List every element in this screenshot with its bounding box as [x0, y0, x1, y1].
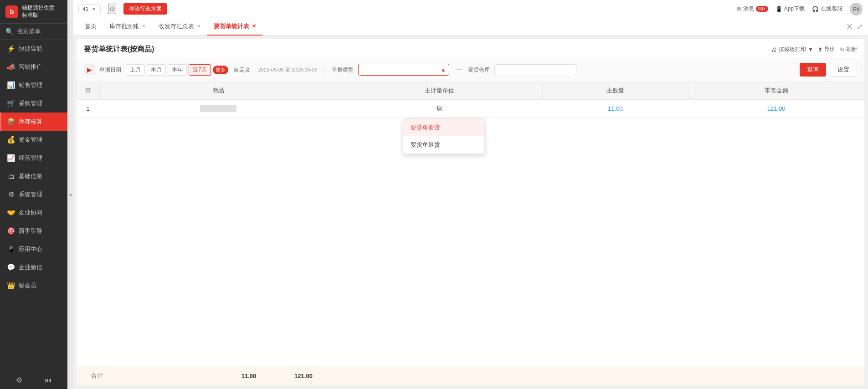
cell-qty[interactable]: 11.00	[542, 100, 688, 118]
user-avatar[interactable]: Rit	[850, 3, 863, 15]
dropdown-item-order-return[interactable]: 要货单退货	[403, 136, 484, 154]
type-filter-chevron-up-icon[interactable]: ▲	[438, 67, 449, 73]
tab-inventory-batch[interactable]: 库存批次账 ✕	[103, 18, 152, 36]
sidebar-item-finance[interactable]: 💰 资金管理	[0, 131, 67, 149]
col-header-settings: ⚙	[77, 82, 99, 100]
export-btn[interactable]: ⬆ 导出	[818, 46, 835, 53]
type-filter-wrapper[interactable]: ▲	[358, 64, 449, 76]
sidebar: b 畅捷通好生意 标准版 🔍 搜索菜单 ⚡ 快捷导航 📣 营销推广 📊 销售管理…	[0, 0, 67, 389]
app-download-item[interactable]: 📱 App下载	[776, 5, 805, 13]
page-header: 要货单统计表(按商品) 🖨 按模板打印 ▼ ⬆ 导出 ↻ 刷新	[77, 39, 864, 58]
page-title: 要货单统计表(按商品)	[84, 45, 154, 54]
tab-bar: 首页 库存批次账 ✕ 收发存汇总表 ✕ 要货单统计表 ✕ ✕ ⤢	[73, 18, 868, 36]
footer-label: 合计	[82, 372, 130, 380]
logo-icon: b	[5, 5, 18, 18]
col-header-unit: 主计量单位	[337, 82, 542, 100]
enterprise-icon: 🤝	[7, 209, 15, 217]
sidebar-item-purchase[interactable]: 🛒 采购管理	[0, 94, 67, 113]
sidebar-item-inventory[interactable]: 📦 库存核算	[0, 113, 67, 131]
sidebar-item-quick-nav[interactable]: ⚡ 快捷导航	[0, 40, 67, 58]
tab-receivable-summary[interactable]: 收发存汇总表 ✕	[152, 18, 207, 36]
warehouse-filter-input[interactable]	[494, 64, 576, 75]
sidebar-item-label: 经营管理	[19, 154, 42, 162]
sidebar-bottom: ⚙ ⏮	[0, 371, 67, 389]
sidebar-item-label: 系统管理	[19, 190, 42, 199]
tab-inventory-batch-close[interactable]: ✕	[142, 23, 146, 29]
date-prev-month-btn[interactable]: 上月	[126, 64, 145, 76]
date-this-month-btn[interactable]: 本月	[147, 64, 166, 76]
message-badge: 99+	[756, 6, 768, 12]
sidebar-item-label: 基础信息	[19, 172, 42, 180]
operations-icon: 📈	[7, 154, 15, 162]
sidebar-item-enterprise[interactable]: 🤝 企业协同	[0, 204, 67, 222]
tab-receivable-close[interactable]: ✕	[197, 23, 201, 29]
collapse-icon[interactable]: ⏮	[45, 376, 52, 384]
tab-home-label: 首页	[85, 22, 97, 31]
sidebar-search[interactable]: 🔍 搜索菜单	[0, 24, 67, 40]
sidebar-collapse-handle[interactable]	[67, 0, 73, 389]
print-template-btn[interactable]: 🖨 按模板打印 ▼	[771, 46, 813, 53]
search-icon: 🔍	[5, 28, 13, 35]
avatar-text: Rit	[853, 6, 859, 12]
data-table: ⚙ 商品 主计量单位 主数量 零售金额 1	[77, 82, 864, 118]
sidebar-item-basic[interactable]: 🗂 基础信息	[0, 167, 67, 185]
online-service-item[interactable]: 🎧 在线客服	[812, 5, 842, 13]
top-bar-left: 41 ▼ ⚙ 体验行业方案	[78, 3, 167, 15]
sidebar-logo: b 畅捷通好生意 标准版	[0, 0, 67, 24]
sidebar-item-label: 企业微信	[19, 263, 42, 271]
date-custom-btn[interactable]: 自定义	[230, 65, 254, 75]
refresh-btn[interactable]: ↻ 刷新	[840, 46, 857, 53]
sidebar-item-app-center[interactable]: 📱 应用中心	[0, 240, 67, 258]
sidebar-item-label: 营销推广	[19, 63, 42, 71]
sidebar-item-wechat[interactable]: 💬 企业微信	[0, 258, 67, 276]
sidebar-item-system[interactable]: ⚙ 系统管理	[0, 185, 67, 204]
dropdown-item-order-goods[interactable]: 要货单要货	[403, 119, 484, 136]
type-filter-input[interactable]	[359, 64, 438, 75]
col-header-product: 商品	[99, 82, 337, 100]
sidebar-item-sales[interactable]: 📊 销售管理	[0, 76, 67, 94]
store-selector[interactable]: 41 ▼	[78, 4, 101, 14]
sidebar-item-guide[interactable]: 🎯 新手引导	[0, 222, 67, 240]
sales-icon: 📊	[7, 81, 15, 89]
phone-icon: 📱	[776, 6, 782, 12]
gear-button[interactable]: ⚙	[108, 4, 116, 14]
filter-toggle-btn[interactable]: ▶	[84, 64, 95, 75]
settings-bottom-icon[interactable]: ⚙	[16, 376, 22, 384]
member-icon: 👑	[7, 282, 15, 290]
query-button[interactable]: 查询	[800, 63, 826, 77]
sidebar-item-member[interactable]: 👑 畅会员	[0, 276, 67, 295]
column-settings-icon[interactable]: ⚙	[85, 87, 91, 94]
tab-close-all-icon[interactable]: ✕	[846, 22, 853, 32]
tab-order-stats[interactable]: 要货单统计表 ✕	[207, 18, 262, 36]
finance-icon: 💰	[7, 136, 15, 144]
export-label: 导出	[824, 46, 835, 53]
date-this-year-btn[interactable]: 本年	[168, 64, 187, 76]
type-filter-label: 单据类型	[332, 66, 354, 74]
tab-bar-actions: ✕ ⤢	[846, 22, 863, 32]
cell-amount[interactable]: 121.00	[688, 100, 864, 118]
sidebar-item-marketing[interactable]: 📣 营销推广	[0, 58, 67, 76]
system-icon: ⚙	[7, 190, 15, 199]
headset-icon: 🎧	[812, 6, 819, 12]
trial-button[interactable]: 体验行业方案	[123, 3, 167, 15]
date-7days-btn[interactable]: 近7天	[189, 64, 211, 76]
settings-button[interactable]: 设置	[830, 63, 857, 77]
date-filter-label: 单据日期	[99, 66, 121, 74]
sidebar-item-label: 新手引导	[19, 227, 42, 235]
tab-order-stats-label: 要货单统计表	[214, 22, 249, 31]
print-chevron-icon: ▼	[808, 46, 813, 53]
table-header-row: ⚙ 商品 主计量单位 主数量 零售金额	[77, 82, 864, 100]
tab-expand-icon[interactable]: ⤢	[857, 22, 863, 31]
guide-icon: 🎯	[7, 227, 15, 235]
filter-bar: ▶ 单据日期 上月 本月 本年 近7天 更多 自定义 2023-05-06 至 …	[77, 58, 864, 82]
filter-more-btn[interactable]: ···	[454, 66, 463, 74]
message-icon: ✉	[737, 6, 741, 12]
tab-home[interactable]: 首页	[78, 18, 103, 36]
inventory-icon: 📦	[7, 118, 15, 126]
message-item[interactable]: ✉ 消息 99+	[737, 5, 768, 13]
tab-order-stats-close[interactable]: ✕	[252, 23, 256, 29]
date-range-text: 2023-05-06 至 2023-06-06	[258, 67, 318, 73]
print-label: 按模板打印	[779, 46, 806, 53]
sidebar-item-operations[interactable]: 📈 经营管理	[0, 149, 67, 167]
tab-inventory-batch-label: 库存批次账	[109, 22, 139, 31]
